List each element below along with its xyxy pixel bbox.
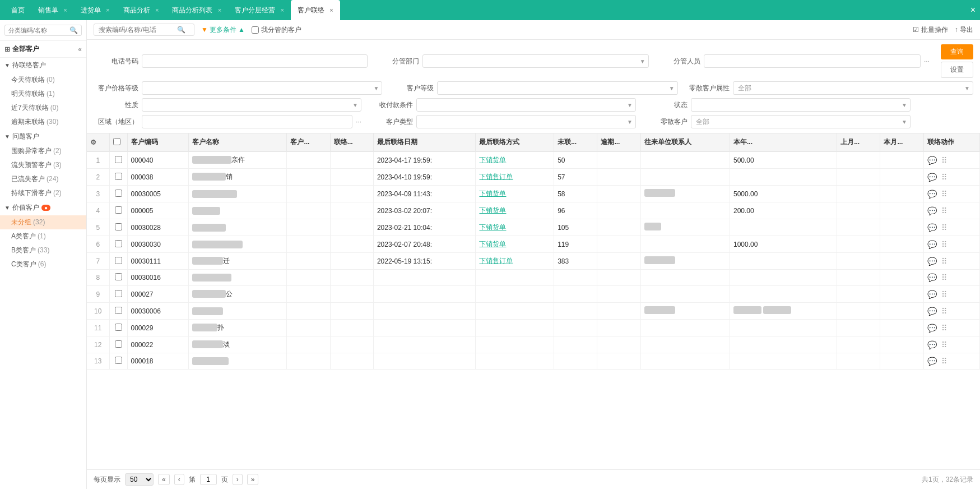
more-action-icon[interactable]: ⠿ [941, 273, 947, 282]
sidebar-collapse-button[interactable]: « [78, 45, 82, 53]
filter-customer-type-select[interactable] [416, 115, 636, 128]
sidebar-item-overdue-contact[interactable]: 逾期未联络 (30) [0, 115, 86, 129]
filter-person-dots[interactable]: ··· [924, 57, 930, 65]
row-checkbox[interactable] [115, 290, 122, 297]
my-customers-checkbox[interactable] [252, 26, 259, 34]
last-method-link[interactable]: 下销货单 [479, 156, 506, 164]
reset-button[interactable]: 设置 [941, 62, 973, 78]
more-action-icon[interactable]: ⠿ [941, 223, 947, 232]
row-checkbox[interactable] [115, 257, 122, 264]
sidebar-item-churned[interactable]: 已流失客户 (24) [0, 172, 86, 186]
filter-region-dots[interactable]: ··· [356, 118, 361, 126]
sidebar-group-problem[interactable]: ▼ 问题客户 [0, 129, 86, 144]
chat-icon[interactable]: 💬 [927, 290, 937, 299]
row-checkbox[interactable] [115, 173, 122, 180]
sidebar-item-churn-warning[interactable]: 流失预警客户 (3) [0, 158, 86, 172]
tab-purchase[interactable]: 进货单 × [74, 0, 117, 20]
last-method-link[interactable]: 下销货单 [479, 223, 506, 231]
tab-product-analysis[interactable]: 商品分析 × [117, 0, 166, 20]
row-checkbox[interactable] [115, 240, 122, 247]
more-action-icon[interactable]: ⠿ [941, 340, 947, 349]
tab-sales-close[interactable]: × [63, 7, 67, 13]
tab-product-analysis-list[interactable]: 商品分析列表 × [165, 0, 228, 20]
last-method-link[interactable]: 下销货单 [479, 240, 506, 248]
chat-icon[interactable]: 💬 [927, 223, 937, 232]
chat-icon[interactable]: 💬 [927, 173, 937, 182]
tab-customer-contact[interactable]: 客户联络 × [291, 0, 340, 20]
filter-search-icon[interactable]: 🔍 [177, 26, 185, 34]
row-checkbox[interactable] [115, 223, 122, 230]
more-action-icon[interactable]: ⠿ [941, 257, 947, 266]
sidebar-item-tomorrow-pending[interactable]: 明天待联络 (1) [0, 87, 86, 101]
filter-dept-select[interactable] [422, 54, 648, 68]
tab-sales[interactable]: 销售单 × [31, 0, 74, 20]
filter-nature-select[interactable] [142, 98, 361, 112]
more-action-icon[interactable]: ⠿ [941, 307, 947, 316]
sidebar-item-declining[interactable]: 持续下滑客户 (2) [0, 186, 86, 200]
sidebar-group-pending[interactable]: ▼ 待联络客户 [0, 58, 86, 73]
row-checkbox[interactable] [115, 324, 122, 331]
more-action-icon[interactable]: ⠿ [941, 156, 947, 165]
chat-icon[interactable]: 💬 [927, 240, 937, 249]
tab-product-analysis-list-close[interactable]: × [218, 7, 221, 13]
more-action-icon[interactable]: ⠿ [941, 290, 947, 299]
filter-status-select[interactable] [691, 98, 911, 112]
chat-icon[interactable]: 💬 [927, 273, 937, 282]
filter-person-select[interactable] [704, 54, 921, 68]
first-page-button[interactable]: « [158, 474, 170, 485]
page-size-select[interactable]: 50 100 [125, 473, 154, 486]
chat-icon[interactable]: 💬 [927, 357, 937, 366]
filter-payment-select[interactable] [416, 98, 636, 112]
chat-icon[interactable]: 💬 [927, 156, 937, 165]
row-checkbox[interactable] [115, 206, 122, 214]
last-method-link[interactable]: 下销货单 [479, 190, 506, 197]
sidebar-search-icon[interactable]: 🔍 [69, 26, 78, 34]
prev-page-button[interactable]: ‹ [174, 474, 184, 485]
gear-icon[interactable]: ⚙ [90, 139, 96, 146]
next-page-button[interactable]: › [233, 474, 243, 485]
home-tab[interactable]: 首页 [4, 0, 31, 20]
sidebar-item-hoarding-abnormal[interactable]: 囤购异常客户 (2) [0, 144, 86, 158]
filter-customer-level-select[interactable] [437, 81, 677, 95]
window-close-button[interactable]: × [970, 5, 976, 15]
chat-icon[interactable]: 💬 [927, 206, 937, 215]
tab-customer-tier[interactable]: 客户分层经营 × [228, 0, 291, 20]
row-checkbox[interactable] [115, 273, 122, 280]
my-customers-checkbox-label[interactable]: 我分管的客户 [252, 25, 301, 35]
sidebar-item-class-a[interactable]: A类客户 (1) [0, 229, 86, 243]
batch-op-button[interactable]: ☑ 批量操作 [913, 25, 948, 35]
tab-customer-tier-close[interactable]: × [280, 7, 284, 13]
page-number-input[interactable] [200, 474, 217, 485]
filter-scatter-customer-select[interactable]: 全部 [691, 115, 911, 128]
select-all-checkbox[interactable] [113, 138, 120, 145]
sidebar-item-class-c[interactable]: C类客户 (6) [0, 257, 86, 271]
last-page-button[interactable]: » [247, 474, 259, 485]
sidebar-item-unclassified[interactable]: 未分组 (32) [0, 215, 86, 229]
row-checkbox[interactable] [115, 340, 122, 348]
export-button[interactable]: ↑ 导出 [955, 25, 973, 35]
query-button[interactable]: 查询 [941, 44, 973, 59]
chat-icon[interactable]: 💬 [927, 340, 937, 349]
tab-purchase-close[interactable]: × [106, 7, 109, 13]
sidebar-item-week-pending[interactable]: 近7天待联络 (0) [0, 101, 86, 115]
more-conditions-button[interactable]: ▼ 更多条件 ▲ [201, 25, 245, 35]
more-action-icon[interactable]: ⠿ [941, 206, 947, 215]
more-action-icon[interactable]: ⠿ [941, 173, 947, 182]
tab-product-analysis-close[interactable]: × [155, 7, 159, 13]
chat-icon[interactable]: 💬 [927, 307, 937, 316]
more-action-icon[interactable]: ⠿ [941, 190, 947, 199]
sidebar-group-value[interactable]: ▼ 价值客户 ● [0, 200, 86, 215]
last-method-link[interactable]: 下销售订单 [479, 173, 513, 181]
chat-icon[interactable]: 💬 [927, 257, 937, 266]
row-checkbox[interactable] [115, 357, 122, 364]
row-checkbox[interactable] [115, 307, 122, 314]
filter-phone-input[interactable] [142, 54, 368, 68]
filter-price-tier-select[interactable] [142, 81, 382, 95]
chat-icon[interactable]: 💬 [927, 190, 937, 199]
more-action-icon[interactable]: ⠿ [941, 324, 947, 333]
chat-icon[interactable]: 💬 [927, 324, 937, 333]
more-action-icon[interactable]: ⠿ [941, 357, 947, 366]
row-checkbox[interactable] [115, 190, 122, 197]
filter-region-select[interactable] [142, 115, 352, 128]
sidebar-item-class-b[interactable]: B类客户 (33) [0, 243, 86, 257]
